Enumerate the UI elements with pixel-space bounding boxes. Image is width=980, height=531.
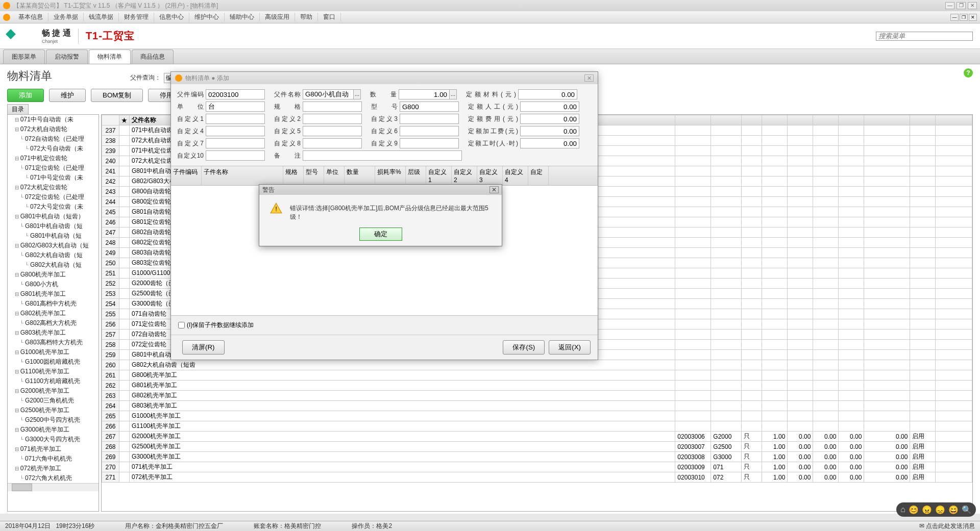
col-star[interactable]: ★ bbox=[119, 115, 130, 125]
mdi-minimize[interactable]: — bbox=[950, 14, 959, 21]
menu-item[interactable]: 帮助 bbox=[295, 13, 318, 21]
keep-data-checkbox[interactable]: (I)保留子件数据继续添加 bbox=[178, 321, 254, 330]
tree-node[interactable]: G800机壳半加工 bbox=[15, 270, 99, 280]
sub-col-header[interactable]: 单位 bbox=[324, 166, 345, 185]
tree-node[interactable]: G801中机自动（短齿） bbox=[15, 212, 99, 221]
inp-mat-fee[interactable] bbox=[518, 89, 577, 99]
tree-node[interactable]: 072定位齿轮（已处理 bbox=[15, 192, 99, 202]
menu-item[interactable]: 信息中心 bbox=[154, 13, 189, 21]
tree-node[interactable]: 072大号定位齿（未 bbox=[15, 202, 99, 212]
emoji-smile[interactable]: 😊 bbox=[909, 505, 919, 514]
tree-node[interactable]: G802大机自动（短 bbox=[15, 260, 99, 270]
emoji-sad[interactable]: 😞 bbox=[935, 505, 945, 514]
maintain-button[interactable]: 维护 bbox=[49, 89, 86, 102]
bom-copy-button[interactable]: BOM复制 bbox=[91, 89, 143, 102]
clear-button[interactable]: 清屏(R) bbox=[182, 340, 225, 355]
tree-node[interactable]: 072大号自动齿（未 bbox=[15, 144, 99, 154]
table-row[interactable]: 266G1100机壳半加工 bbox=[102, 421, 972, 432]
inp-c2[interactable] bbox=[303, 114, 362, 124]
inp-c8[interactable] bbox=[303, 138, 362, 148]
table-row[interactable]: 264G803机壳半加工 bbox=[102, 401, 972, 411]
inp-qty[interactable] bbox=[399, 89, 450, 99]
tree-node[interactable]: 072大机定位齿轮 bbox=[15, 183, 99, 192]
tree-node[interactable]: G1100方机暗藏机壳 bbox=[15, 376, 99, 386]
tree-node[interactable]: G2000机壳半加工 bbox=[15, 386, 99, 396]
inp-c7[interactable] bbox=[206, 138, 265, 148]
tree-node[interactable]: G802大机自动齿（短 bbox=[15, 250, 99, 260]
tree-node[interactable]: G801中机自动（短 bbox=[15, 231, 99, 241]
sub-col-header[interactable]: 规格 bbox=[283, 166, 304, 185]
tree-node[interactable]: G1000圆机暗藏机壳 bbox=[15, 357, 99, 367]
menu-item[interactable]: 财务管理 bbox=[119, 13, 154, 21]
tree-node[interactable]: 071六角中机机壳 bbox=[15, 454, 99, 464]
inp-c5[interactable] bbox=[303, 126, 362, 136]
tree-node[interactable]: 071定位齿轮（已处理 bbox=[15, 163, 99, 173]
inp-proc-fee[interactable] bbox=[520, 126, 579, 136]
tab-graphic-menu[interactable]: 图形菜单 bbox=[3, 49, 45, 64]
tree-node[interactable]: G1100机壳半加工 bbox=[15, 367, 99, 376]
sub-col-header[interactable]: 自定义1 bbox=[426, 166, 452, 185]
table-row[interactable]: 262G801机壳半加工 bbox=[102, 381, 972, 391]
sub-col-header[interactable]: 自定义2 bbox=[452, 166, 477, 185]
maximize-button[interactable]: ❐ bbox=[957, 2, 966, 9]
picker-qty[interactable]: … bbox=[450, 89, 457, 99]
mdi-restore[interactable]: ❐ bbox=[960, 14, 968, 21]
emoji-toolbar[interactable]: ⌂ 😊 😠 😞 😄 🔍 bbox=[896, 502, 976, 514]
inp-labor-fee[interactable] bbox=[520, 102, 579, 112]
sub-col-header[interactable]: 子件名称 bbox=[202, 166, 283, 185]
sub-col-header[interactable]: 数量 bbox=[345, 166, 375, 185]
back-button[interactable]: 返回(X) bbox=[549, 340, 591, 355]
tree-hscroll[interactable] bbox=[8, 483, 99, 491]
table-row[interactable]: 267G2000机壳半加工02003006G2000只1.000.000.000… bbox=[102, 432, 972, 442]
inp-c9[interactable] bbox=[400, 138, 459, 148]
menu-item[interactable]: 高级应用 bbox=[260, 13, 295, 21]
tree-node[interactable]: G802高档大方机壳 bbox=[15, 318, 99, 328]
inp-spec[interactable] bbox=[303, 102, 362, 112]
table-row[interactable]: 260G802大机自动齿（短齿 bbox=[102, 360, 972, 370]
emoji-happy[interactable]: 😄 bbox=[948, 505, 959, 514]
add-button[interactable]: 添加 bbox=[7, 89, 44, 102]
menu-item[interactable]: 辅助中心 bbox=[225, 13, 260, 21]
tree-panel[interactable]: 071中号自动齿（未072大机自动齿轮072自动齿轮（已处理072大号自动齿（未… bbox=[7, 114, 99, 512]
col-rownum[interactable] bbox=[102, 115, 119, 125]
tree-node[interactable]: 071中号定位齿（未 bbox=[15, 173, 99, 183]
table-row[interactable]: 270071机壳半加工02003009071只1.000.000.000.000… bbox=[102, 462, 972, 472]
sub-col-header[interactable]: 层级 bbox=[406, 166, 426, 185]
inp-c3[interactable] bbox=[400, 114, 459, 124]
tree-node[interactable]: G803机壳半加工 bbox=[15, 328, 99, 338]
inp-c1[interactable] bbox=[206, 114, 265, 124]
alert-ok-button[interactable]: 确定 bbox=[359, 227, 402, 241]
sub-col-header[interactable]: 子件编码 bbox=[171, 166, 202, 185]
tree-node[interactable]: 072六角大机机壳 bbox=[15, 473, 99, 483]
tree-node[interactable]: G2000三角机机壳 bbox=[15, 396, 99, 406]
tree-node[interactable]: 072自动齿轮（已处理 bbox=[15, 134, 99, 144]
home-icon[interactable]: ⌂ bbox=[900, 505, 905, 514]
tree-node[interactable]: G3000大号四方机壳 bbox=[15, 435, 99, 444]
table-row[interactable]: 269G3000机壳半加工02003008G3000只1.000.000.000… bbox=[102, 452, 972, 462]
inp-parent-name[interactable] bbox=[303, 89, 354, 99]
inp-cost-fee[interactable] bbox=[520, 114, 579, 124]
picker-parent-name[interactable]: … bbox=[354, 89, 361, 99]
inp-remark[interactable] bbox=[303, 150, 462, 161]
inp-c6[interactable] bbox=[400, 126, 459, 136]
tab-bom-list[interactable]: 物料清单 bbox=[89, 49, 131, 64]
tree-node[interactable]: 071中机定位齿轮 bbox=[15, 154, 99, 163]
sub-col-header[interactable]: 自定义4 bbox=[503, 166, 528, 185]
emoji-angry[interactable]: 😠 bbox=[922, 505, 932, 514]
table-row[interactable]: 265G1000机壳半加工 bbox=[102, 411, 972, 421]
inp-parent-code[interactable] bbox=[206, 89, 265, 99]
alert-close[interactable]: ✕ bbox=[489, 186, 499, 193]
sub-col-header[interactable]: 型号 bbox=[304, 166, 324, 185]
tree-node[interactable]: G802/G803大机自动（短 bbox=[15, 241, 99, 250]
save-button[interactable]: 保存(S) bbox=[503, 340, 545, 355]
table-row[interactable]: 263G802机壳半加工 bbox=[102, 391, 972, 401]
tree-node[interactable]: 071机壳半加工 bbox=[15, 444, 99, 454]
menu-search-input[interactable] bbox=[876, 32, 973, 41]
tab-startup-alert[interactable]: 启动报警 bbox=[46, 49, 88, 64]
menu-item[interactable]: 基本信息 bbox=[13, 13, 48, 21]
tree-node[interactable]: G801中机自动齿（短 bbox=[15, 221, 99, 231]
search-icon[interactable]: 🔍 bbox=[962, 505, 972, 514]
add-dialog-close[interactable]: ✕ bbox=[584, 74, 594, 82]
inp-unit[interactable] bbox=[206, 102, 265, 112]
tree-node[interactable]: 072大机自动齿轮 bbox=[15, 124, 99, 134]
